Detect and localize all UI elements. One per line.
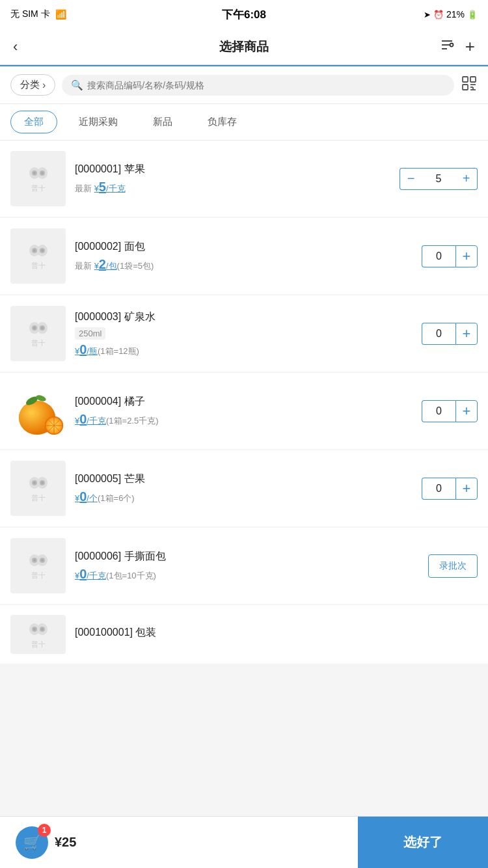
status-left: 无 SIM 卡 📶: [10, 8, 66, 20]
product-price: ¥0/千克(1包=10千克): [75, 567, 419, 582]
svg-point-43: [33, 481, 36, 484]
qty-control: − +: [400, 168, 478, 190]
tab-new[interactable]: 新品: [139, 111, 186, 133]
location-icon: ➤: [424, 10, 431, 20]
product-info: [0000004] 橘子 ¥0/千克(1箱=2.5千克): [75, 395, 413, 427]
list-item: 普十 [0000005] 芒果 ¥0/个(1箱=6个) +: [0, 450, 488, 526]
product-info: [0000003] 矿泉水 250ml ¥0/瓶(1箱=12瓶): [75, 310, 413, 357]
svg-point-50: [41, 559, 44, 562]
nav-left: ‹: [13, 38, 18, 55]
status-bar: 无 SIM 卡 📶 下午6:08 ➤ ⏰ 21% 🔋: [0, 0, 488, 29]
product-name: [0000003] 矿泉水: [75, 310, 413, 324]
svg-point-27: [33, 327, 36, 329]
qty-input[interactable]: [422, 168, 455, 190]
search-icon: 🔍: [71, 79, 83, 91]
qty-control: +: [422, 245, 478, 267]
product-list: 普十 [0000001] 苹果 最新 ¥5/千克 − +: [0, 141, 488, 730]
product-price: ¥0/个(1箱=6个): [75, 489, 413, 504]
qty-plus-button[interactable]: +: [455, 400, 478, 422]
latest-label: 最新: [75, 261, 94, 271]
product-price: ¥0/瓶(1箱=12瓶): [75, 342, 413, 357]
cart-section: 🛒 1 ¥25: [0, 826, 358, 859]
battery-text: 21%: [446, 9, 465, 20]
nav-right: +: [439, 36, 475, 57]
product-name: [0000001] 苹果: [75, 163, 390, 176]
product-info: [000100001] 包装: [75, 626, 478, 643]
filter-icon[interactable]: [439, 37, 455, 56]
cart-badge: 1: [38, 824, 51, 837]
time-display: 下午6:08: [222, 7, 266, 22]
qty-plus-button[interactable]: +: [455, 245, 478, 267]
svg-point-44: [41, 481, 44, 484]
back-button[interactable]: ‹: [13, 38, 18, 55]
qty-input[interactable]: [422, 400, 455, 422]
category-arrow-icon: ›: [42, 79, 46, 91]
qty-control: +: [422, 400, 478, 422]
status-right: ➤ ⏰ 21% 🔋: [424, 9, 478, 20]
svg-point-21: [33, 249, 36, 252]
confirm-button[interactable]: 选好了: [358, 817, 488, 869]
cart-icon-wrap[interactable]: 🛒 1: [16, 826, 48, 859]
wifi-icon: 📶: [55, 9, 66, 20]
svg-point-49: [33, 559, 36, 562]
tab-negative[interactable]: 负库存: [194, 111, 251, 133]
product-image: 普十: [10, 306, 66, 361]
product-image: 普十: [10, 461, 66, 516]
product-name: [0000002] 面包: [75, 240, 413, 254]
tab-recent[interactable]: 近期采购: [65, 111, 131, 133]
category-label: 分类: [20, 79, 40, 91]
nav-bar: ‹ 选择商品 +: [0, 29, 488, 65]
add-icon[interactable]: +: [465, 36, 475, 57]
scan-icon[interactable]: [461, 75, 478, 96]
svg-rect-4: [463, 77, 468, 82]
svg-point-28: [41, 327, 44, 329]
qty-input[interactable]: [422, 478, 455, 500]
qty-input[interactable]: [422, 323, 455, 345]
svg-rect-5: [470, 77, 476, 82]
cart-icon: 🛒: [23, 834, 41, 851]
cart-total: ¥25: [55, 835, 76, 850]
product-price: 最新 ¥5/千克: [75, 180, 390, 195]
product-image: 普十: [10, 615, 66, 654]
batch-button[interactable]: 录批次: [428, 554, 478, 578]
placeholder-logo: 普十: [27, 241, 50, 271]
svg-point-55: [33, 628, 36, 631]
qty-control: +: [422, 323, 478, 345]
carrier-text: 无 SIM 卡: [10, 8, 50, 20]
product-info: [0000001] 苹果 最新 ¥5/千克: [75, 163, 390, 195]
list-item: 普十 [0000003] 矿泉水 250ml ¥0/瓶(1箱=12瓶) +: [0, 295, 488, 372]
product-spec: 250ml: [75, 327, 105, 340]
placeholder-logo: 普十: [27, 319, 50, 348]
product-info: [0000002] 面包 最新 ¥2/包(1袋=5包): [75, 240, 413, 272]
latest-label: 最新: [75, 183, 94, 193]
qty-plus-button[interactable]: +: [455, 478, 478, 500]
product-price: ¥0/千克(1箱=2.5千克): [75, 412, 413, 427]
placeholder-logo: 普十: [27, 551, 50, 580]
qty-plus-button[interactable]: +: [455, 168, 478, 190]
tab-all[interactable]: 全部: [10, 111, 57, 133]
qty-input[interactable]: [422, 245, 455, 267]
product-image: 普十: [10, 538, 66, 593]
product-name: [0000005] 芒果: [75, 472, 413, 486]
category-button[interactable]: 分类 ›: [10, 74, 55, 96]
placeholder-logo: 普十: [27, 474, 50, 503]
qty-minus-button[interactable]: −: [400, 168, 422, 190]
svg-point-16: [41, 172, 44, 174]
search-input[interactable]: [87, 80, 445, 90]
page-title: 选择商品: [219, 38, 269, 55]
alarm-icon: ⏰: [433, 10, 444, 20]
placeholder-logo: 普十: [27, 620, 50, 649]
placeholder-logo: 普十: [27, 164, 50, 193]
svg-rect-6: [463, 85, 468, 90]
list-item: 普十 [0000002] 面包 最新 ¥2/包(1袋=5包) +: [0, 218, 488, 294]
product-name: [000100001] 包装: [75, 626, 478, 640]
list-item: [0000004] 橘子 ¥0/千克(1箱=2.5千克) +: [0, 373, 488, 449]
search-input-wrap: 🔍: [62, 75, 454, 96]
product-image: 普十: [10, 151, 66, 206]
qty-plus-button[interactable]: +: [455, 323, 478, 345]
list-item: 普十 [0000001] 苹果 最新 ¥5/千克 − +: [0, 141, 488, 217]
bottom-bar: 🛒 1 ¥25 选好了: [0, 816, 488, 868]
list-item: 普十 [000100001] 包装: [0, 605, 488, 664]
svg-point-15: [33, 172, 36, 174]
qty-control: +: [422, 478, 478, 500]
